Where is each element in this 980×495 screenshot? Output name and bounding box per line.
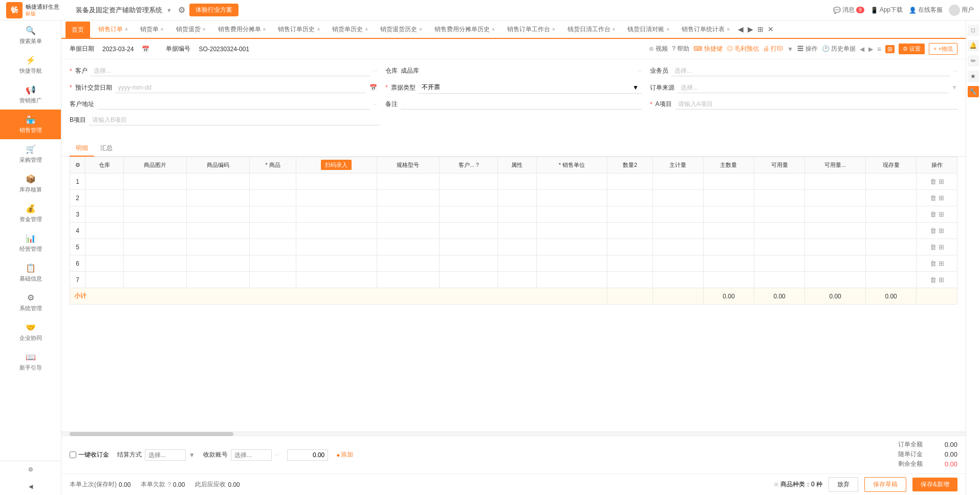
th-main-qty[interactable]: 主数量 <box>703 157 754 174</box>
quick-payment-check[interactable] <box>70 451 76 458</box>
th-settings[interactable]: ⚙ <box>70 157 85 174</box>
amount-input[interactable] <box>287 449 328 461</box>
row-attr-1[interactable] <box>498 174 536 190</box>
sidebar-item-system[interactable]: ⚙ 系统管理 <box>0 288 61 317</box>
sidebar-item-purchase[interactable]: 🛒 采购管理 <box>0 139 61 169</box>
settlement-arrow[interactable]: ▼ <box>189 451 195 459</box>
tab-menu-btn[interactable]: ⊞ <box>755 23 766 35</box>
th-stock[interactable]: 现存量 <box>866 157 917 174</box>
view-btn[interactable]: ⊙ 视频 <box>649 45 668 53</box>
row-copy-3[interactable]: ⊞ <box>939 210 944 218</box>
discard-button[interactable]: 放弃 <box>829 477 858 492</box>
row-warehouse-1[interactable] <box>85 174 124 190</box>
tab-close-expense-history[interactable]: × <box>492 27 495 32</box>
sidebar-item-guide[interactable]: 📖 新手引导 <box>0 347 61 377</box>
row-stock-1[interactable] <box>866 174 917 190</box>
tab-close-workbench[interactable]: × <box>552 27 555 32</box>
tab-close-sales-goods[interactable]: × <box>161 27 164 32</box>
order-source-input[interactable] <box>678 82 948 93</box>
customer-input[interactable] <box>91 66 370 76</box>
nav-next-btn[interactable]: ▶ <box>868 46 873 53</box>
tab-close-goods-history[interactable]: × <box>365 27 368 32</box>
user-btn[interactable]: 用户 <box>949 5 974 16</box>
print-btn[interactable]: 🖨 打印 <box>763 45 783 53</box>
settlement-input[interactable] <box>145 449 186 461</box>
tab-goods-history[interactable]: 销货单历史 × <box>326 21 374 39</box>
view-mode-list[interactable]: ≡ <box>877 45 881 53</box>
row-copy-7[interactable]: ⊞ <box>939 276 944 284</box>
th-unit[interactable]: * 销售单位 <box>536 157 607 174</box>
row-copy-1[interactable]: ⊞ <box>939 178 944 185</box>
th-attr[interactable]: 属性 <box>498 157 536 174</box>
nav-prev-btn[interactable]: ◀ <box>860 46 864 53</box>
dropdown-arrow-icon[interactable]: ▼ <box>166 7 172 13</box>
th-name[interactable]: * 商品 <box>250 157 296 174</box>
row-spec-1[interactable] <box>377 174 440 190</box>
date-pick-icon[interactable]: 📅 <box>369 84 377 91</box>
tab-close-all-btn[interactable]: ✕ <box>766 23 776 35</box>
current-info-icon[interactable]: ? <box>167 481 171 488</box>
row-delete-5[interactable]: 🗑 <box>930 243 937 251</box>
sidebar-item-finance[interactable]: 💰 资金管理 <box>0 199 61 228</box>
settings-btn[interactable]: ⚙ 设置 <box>899 44 925 54</box>
tab-expense-history[interactable]: 销售费用分摊单历史 × <box>428 21 501 39</box>
calendar-icon[interactable]: 📅 <box>142 46 149 53</box>
row-delete-1[interactable]: 🗑 <box>930 178 937 185</box>
sidebar-item-promotion[interactable]: 📢 营销推广 <box>0 80 61 110</box>
tab-order-history[interactable]: 销售订单历史 × <box>272 21 326 39</box>
view-mode-grid[interactable]: ⊞ <box>885 45 895 53</box>
tab-sales-order[interactable]: 销售订单 × <box>92 21 134 39</box>
a-project-input[interactable] <box>675 99 957 110</box>
invoice-select[interactable]: 不开票 ▼ <box>419 81 642 94</box>
tab-close-cash-workbench[interactable]: × <box>613 27 616 32</box>
row-copy-2[interactable]: ⊞ <box>939 194 944 202</box>
shortcut-btn[interactable]: ⌨ 快捷键 <box>693 45 722 53</box>
tab-workbench[interactable]: 销售订单工作台 × <box>501 21 561 39</box>
online-support-btn[interactable]: 👤 在线客服 <box>909 6 943 14</box>
sidebar-item-basic[interactable]: 📋 基础信息 <box>0 258 61 288</box>
operate-btn[interactable]: ☰ 操作 <box>797 45 817 53</box>
th-scan[interactable]: 扫码录入 <box>296 157 377 174</box>
tab-close-return-history[interactable]: × <box>419 27 422 32</box>
tab-prev-btn[interactable]: ◀ <box>736 23 746 35</box>
th-qty2[interactable]: 数量2 <box>607 157 653 174</box>
th-spec[interactable]: 规格型号 <box>377 157 440 174</box>
tab-close-stats[interactable]: × <box>727 27 730 32</box>
row-qty2-1[interactable] <box>607 174 653 190</box>
row-delete-3[interactable]: 🗑 <box>930 210 937 218</box>
row-delete-6[interactable]: 🗑 <box>930 260 937 267</box>
row-scan-1[interactable] <box>296 174 377 190</box>
tab-cash-workbench[interactable]: 钱货日清工作台 × <box>561 21 622 39</box>
tab-close-order-history[interactable]: × <box>317 27 320 32</box>
th-customer-code[interactable]: 客户... ? <box>440 157 498 174</box>
logistics-btn[interactable]: + +物流 <box>929 43 957 55</box>
row-delete-7[interactable]: 🗑 <box>930 276 937 284</box>
history-btn[interactable]: 🕐 历史单据 <box>822 45 856 53</box>
right-panel-btn-5[interactable]: 🔧 <box>968 86 979 97</box>
account-input[interactable] <box>231 449 272 461</box>
row-copy-4[interactable]: ⊞ <box>939 227 944 234</box>
sidebar-item-enterprise[interactable]: 🤝 企业协同 <box>0 317 61 347</box>
message-btn[interactable]: 💬 消息 9 <box>833 6 864 14</box>
th-warehouse[interactable]: 仓库 <box>85 157 124 174</box>
staff-input[interactable] <box>671 66 950 76</box>
delivery-input[interactable] <box>115 82 366 93</box>
sidebar-collapse-btn[interactable]: ◀ <box>0 478 61 495</box>
tab-return-history[interactable]: 销货退货历史 × <box>374 21 428 39</box>
row-delete-2[interactable]: 🗑 <box>930 194 937 202</box>
tab-stats[interactable]: 销售订单统计表 × <box>676 21 736 39</box>
trial-button[interactable]: 体验行业方案 <box>189 4 238 16</box>
th-available2[interactable]: 可用量... <box>805 157 866 174</box>
right-panel-btn-4[interactable]: ★ <box>968 71 979 82</box>
sidebar-item-nav[interactable]: ⚡ 快捷导航 <box>0 50 61 80</box>
table-container[interactable]: ⚙ 仓库 商品图片 商品编码 * 商品 扫码录入 规格型号 客户... ? 属性… <box>61 157 966 432</box>
add-btn[interactable]: ● 添加 <box>336 450 353 459</box>
row-available-1[interactable] <box>754 174 805 190</box>
row-code-1[interactable] <box>187 174 250 190</box>
sidebar-settings-btn[interactable]: ⚙ <box>0 461 61 478</box>
row-copy-6[interactable]: ⊞ <box>939 260 944 267</box>
remark-input[interactable] <box>401 99 642 110</box>
sidebar-item-search[interactable]: 🔍 搜索菜单 <box>0 20 61 50</box>
staff-dots[interactable]: ··· <box>953 68 957 74</box>
tab-close-reconcile[interactable]: × <box>666 27 669 32</box>
